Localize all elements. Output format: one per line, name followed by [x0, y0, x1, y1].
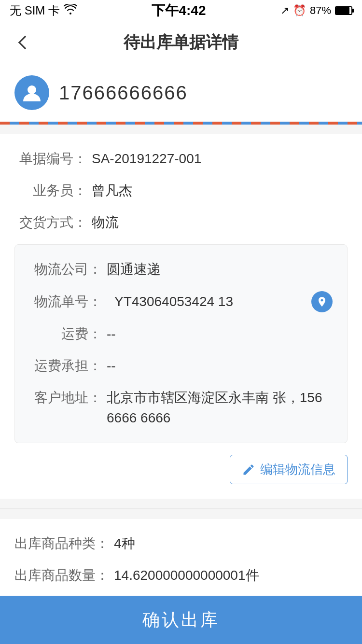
battery-icon	[335, 6, 352, 15]
customer-phone: 17666666666	[59, 82, 188, 104]
freight-bearer-value: --	[102, 356, 333, 376]
delivery-value: 物流	[87, 212, 348, 233]
svg-point-0	[28, 85, 36, 94]
goods-quantity-value: 14.620000000000001件	[109, 565, 348, 586]
tracking-row: 物流单号： YT43064053424 13	[29, 291, 333, 312]
status-bar: 无 SIM 卡 下午4:42 ↗ ⏰ 87%	[0, 0, 362, 21]
customer-header: 17666666666	[0, 64, 362, 122]
salesman-value: 曾凡杰	[87, 181, 348, 201]
logistics-company-value: 圆通速递	[102, 259, 333, 280]
order-no-value: SA-20191227-001	[87, 149, 348, 169]
location-pin-button[interactable]	[311, 291, 333, 312]
freight-bearer-label: 运费承担：	[29, 356, 102, 376]
alarm-icon: ⏰	[293, 4, 306, 17]
avatar	[14, 75, 49, 110]
order-no-row: 单据编号： SA-20191227-001	[14, 149, 348, 169]
back-chevron-icon	[18, 36, 32, 49]
status-left: 无 SIM 卡	[10, 3, 77, 18]
carrier-text: 无 SIM 卡	[10, 3, 60, 18]
order-no-label: 单据编号：	[14, 149, 87, 169]
edit-btn-row: 编辑物流信息	[14, 455, 348, 484]
edit-logistics-button[interactable]: 编辑物流信息	[230, 455, 348, 484]
address-row: 客户地址： 北京市市辖区海淀区永丰南 张，156 6666 6666	[29, 388, 333, 428]
logistics-company-row: 物流公司： 圆通速递	[29, 259, 333, 280]
battery-text: 87%	[310, 4, 331, 17]
page-title: 待出库单据详情	[124, 31, 238, 54]
back-button[interactable]	[14, 32, 36, 53]
salesman-row: 业务员： 曾凡杰	[14, 181, 348, 201]
address-value: 北京市市辖区海淀区永丰南 张，156 6666 6666	[102, 388, 333, 428]
goods-quantity-row: 出库商品数量： 14.620000000000001件	[14, 565, 348, 586]
address-label: 客户地址：	[29, 388, 102, 408]
status-time: 下午4:42	[152, 1, 206, 20]
confirm-button[interactable]: 确认出库	[0, 596, 362, 644]
tracking-label: 物流单号：	[29, 292, 102, 312]
delivery-row: 交货方式： 物流	[14, 212, 348, 233]
tracking-value: YT43064053424 13	[110, 292, 304, 312]
location-icon: ↗	[280, 4, 289, 17]
user-icon	[21, 82, 42, 103]
freight-row: 运费： --	[29, 324, 333, 344]
edit-logistics-label: 编辑物流信息	[260, 461, 335, 478]
delivery-label: 交货方式：	[14, 212, 87, 233]
wifi-icon	[64, 4, 77, 17]
goods-quantity-label: 出库商品数量：	[14, 565, 109, 586]
freight-value: --	[102, 324, 333, 344]
separator	[0, 508, 362, 509]
dashed-divider	[0, 122, 362, 125]
nav-bar: 待出库单据详情	[0, 21, 362, 64]
edit-icon	[242, 463, 255, 476]
map-pin-icon	[316, 296, 328, 308]
goods-category-row: 出库商品种类： 4种	[14, 533, 348, 554]
salesman-label: 业务员：	[14, 181, 87, 201]
logistics-company-label: 物流公司：	[29, 259, 102, 280]
freight-label: 运费：	[29, 324, 102, 344]
freight-bearer-row: 运费承担： --	[29, 356, 333, 376]
status-right: ↗ ⏰ 87%	[280, 4, 352, 17]
confirm-btn-label: 确认出库	[142, 608, 220, 632]
logistics-card: 物流公司： 圆通速递 物流单号： YT43064053424 13 运费： --…	[14, 244, 348, 443]
order-info-section: 单据编号： SA-20191227-001 业务员： 曾凡杰 交货方式： 物流 …	[0, 134, 362, 499]
goods-category-label: 出库商品种类：	[14, 533, 109, 554]
goods-category-value: 4种	[109, 533, 348, 554]
